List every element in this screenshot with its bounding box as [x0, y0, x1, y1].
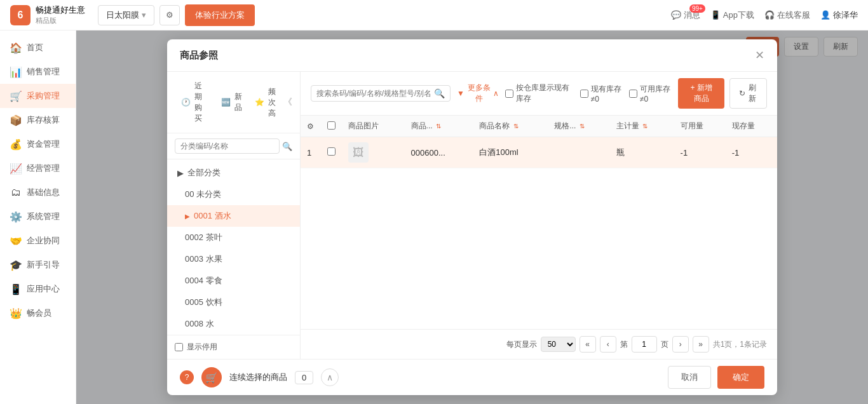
page-label: 第 — [620, 339, 628, 350]
sort-spec-icon[interactable]: ⇅ — [580, 123, 585, 130]
app-label: App下载 — [723, 10, 754, 21]
category-all[interactable]: ▶ 全部分类 — [167, 162, 300, 184]
more-filters-button[interactable]: ▼ 更多条件 ∧ — [457, 83, 499, 104]
category-uncategorized[interactable]: 00 未分类 — [167, 184, 300, 205]
select-all-checkbox[interactable] — [327, 121, 336, 130]
sidebar-item-collab[interactable]: 🤝 企业协同 — [0, 229, 76, 253]
available-stock-checkbox[interactable] — [629, 90, 637, 98]
row-available: -1 — [674, 137, 726, 168]
finance-icon: 💰 — [10, 138, 22, 150]
show-disabled-checkbox[interactable] — [175, 343, 183, 351]
existing-stock-label: 现有库存≠0 — [591, 84, 623, 104]
sidebar-item-inventory[interactable]: 📦 库存核算 — [0, 108, 76, 132]
sidebar-label-operations: 经营管理 — [27, 163, 60, 174]
prev-page-button[interactable]: ‹ — [600, 336, 616, 353]
app-download-button[interactable]: 📱 App下载 — [710, 10, 754, 21]
sidebar-item-guide[interactable]: 🎓 新手引导 — [0, 253, 76, 277]
category-uncategorized-label: 00 未分类 — [185, 189, 221, 200]
recent-purchase-label: 近期购买 — [194, 81, 208, 124]
toolbar-actions: + 新增商品 ↻ 刷新 — [678, 78, 767, 109]
col-unit: 主计量 ⇅ — [610, 116, 674, 137]
recent-purchase-tab[interactable]: 🕐 近期购买 — [175, 77, 215, 128]
sort-unit-icon[interactable]: ⇅ — [642, 123, 648, 130]
refresh-button[interactable]: ↻ 刷新 — [729, 78, 767, 109]
category-search-input[interactable] — [175, 138, 280, 154]
category-water[interactable]: 0008 水 — [167, 313, 300, 335]
product-thumbnail: 🖼 — [348, 142, 369, 163]
first-page-button[interactable]: « — [580, 336, 596, 353]
question-icon: ? — [185, 373, 189, 382]
row-select-checkbox[interactable] — [327, 147, 336, 156]
available-stock-filter[interactable]: 可用库存≠0 — [629, 84, 672, 104]
branch-selector[interactable]: 日太阳膜 ▾ — [98, 5, 154, 25]
table-row[interactable]: 1 🖼 000600... 白酒100ml — [301, 137, 777, 168]
purchase-icon: 🛒 — [10, 90, 22, 102]
row-image: 🖼 — [342, 137, 405, 168]
sort-name-icon[interactable]: ⇅ — [513, 123, 519, 130]
message-button[interactable]: 💬 消息 99+ — [671, 10, 700, 21]
user-profile-button[interactable]: 👤 徐泽华 — [820, 10, 858, 21]
collapse-icon: ∧ — [327, 372, 333, 382]
branch-name: 日太阳膜 — [106, 10, 139, 21]
col-spec: 规格... ⇅ — [548, 116, 610, 137]
topbar-right: 💬 消息 99+ 📱 App下载 🎧 在线客服 👤 徐泽华 — [671, 10, 858, 21]
warehouse-stock-filter[interactable]: 按仓库显示现有库存 — [505, 83, 574, 104]
add-product-button[interactable]: + 新增商品 — [678, 78, 724, 109]
confirm-button[interactable]: 确定 — [717, 366, 764, 389]
category-fruit[interactable]: 0003 水果 — [167, 248, 300, 270]
warehouse-stock-checkbox[interactable] — [505, 90, 513, 98]
customer-service-button[interactable]: 🎧 在线客服 — [764, 10, 810, 21]
sidebar-item-system[interactable]: ⚙️ 系统管理 — [0, 205, 76, 229]
chevron-down-icon: ▾ — [142, 10, 146, 20]
sidebar-item-member[interactable]: 👑 畅会员 — [0, 301, 76, 325]
filter-up-arrow: ∧ — [493, 89, 499, 98]
refresh-icon: ↻ — [739, 89, 745, 98]
new-products-tab[interactable]: 🆕 新品 — [215, 88, 248, 117]
member-icon: 👑 — [10, 307, 22, 319]
settings-button[interactable]: ⚙ — [159, 5, 180, 25]
sidebar-item-apps[interactable]: 📱 应用中心 — [0, 277, 76, 301]
last-page-button[interactable]: » — [693, 336, 709, 353]
category-tea[interactable]: 0002 茶叶 — [167, 227, 300, 248]
sidebar-item-sales[interactable]: 📊 销售管理 — [0, 60, 76, 84]
sort-code-icon[interactable]: ⇅ — [436, 123, 441, 130]
product-search-input[interactable] — [316, 89, 431, 98]
sidebar-item-operations[interactable]: 📈 经营管理 — [0, 156, 76, 180]
continuous-selection-label: 连续选择的商品 — [229, 372, 287, 383]
page-number-input[interactable] — [632, 336, 657, 353]
col-available: 可用量 — [674, 116, 726, 137]
sidebar-item-basic-info[interactable]: 🗂 基础信息 — [0, 180, 76, 205]
category-liquor-label: 0001 酒水 — [194, 210, 231, 222]
sidebar-item-home[interactable]: 🏠 首页 — [0, 36, 76, 60]
category-search-icon[interactable]: 🔍 — [282, 142, 292, 151]
system-icon: ⚙️ — [10, 211, 22, 222]
product-search-icon[interactable]: 🔍 — [434, 88, 445, 98]
footer-collapse-button[interactable]: ∧ — [321, 368, 339, 386]
frequent-tab[interactable]: ⭐ 频次高 — [248, 83, 283, 123]
modal-body: 🕐 近期购买 🆕 新品 ⭐ 频次高 《 — [167, 72, 777, 359]
sidebar-item-purchase[interactable]: 🛒 采购管理 — [0, 84, 76, 108]
cancel-button[interactable]: 取消 — [668, 366, 711, 389]
sidebar-label-purchase: 采购管理 — [27, 90, 60, 102]
product-table: ⚙ 商品图片 商品... ⇅ 商品名称 — [301, 116, 777, 168]
trial-button[interactable]: 体验行业方案 — [185, 4, 255, 26]
existing-stock-filter[interactable]: 现有库存≠0 — [580, 84, 623, 104]
sidebar-item-finance[interactable]: 💰 资金管理 — [0, 132, 76, 156]
sidebar-label-collab: 企业协同 — [27, 235, 60, 246]
modal-footer: ? 🛒 连续选择的商品 0 ∧ 取消 确定 — [167, 359, 777, 395]
next-page-button[interactable]: › — [672, 336, 689, 353]
existing-stock-checkbox[interactable] — [580, 90, 588, 98]
category-drinks[interactable]: 0005 饮料 — [167, 292, 300, 313]
category-snacks-label: 0004 零食 — [185, 275, 222, 286]
help-button[interactable]: ? — [180, 370, 194, 384]
panel-collapse-icon[interactable]: 《 — [283, 97, 292, 108]
category-liquor[interactable]: ▶ 0001 酒水 — [167, 205, 300, 227]
modal-header: 商品参照 ✕ — [167, 39, 777, 72]
per-page-select[interactable]: 50 100 — [541, 337, 576, 352]
show-disabled-label: 显示停用 — [187, 342, 217, 353]
close-button[interactable]: ✕ — [755, 48, 764, 62]
cart-button[interactable]: 🛒 — [201, 367, 222, 387]
category-snacks[interactable]: 0004 零食 — [167, 270, 300, 292]
col-unit-label: 主计量 — [616, 121, 639, 130]
table-header-row: ⚙ 商品图片 商品... ⇅ 商品名称 — [301, 116, 777, 137]
